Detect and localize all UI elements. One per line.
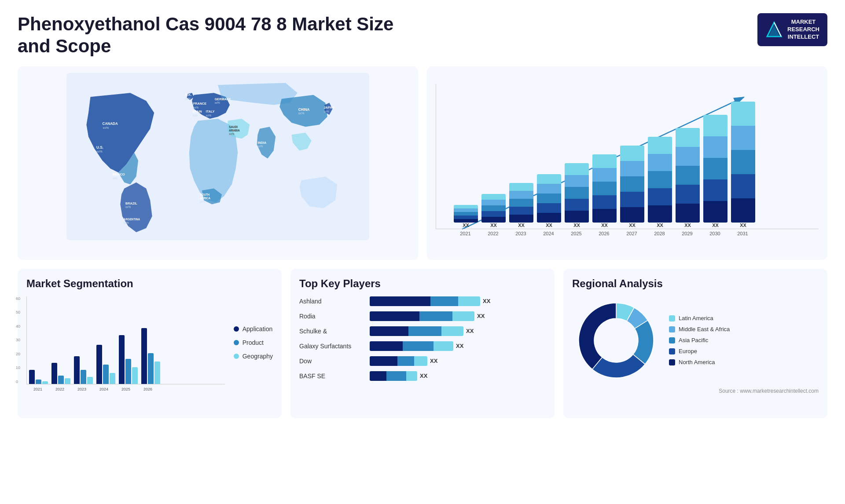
bottom-grid: Market Segmentation 60 50 40 30 20 10 0: [18, 269, 827, 418]
segmentation-title: Market Segmentation: [26, 278, 273, 290]
svg-text:SPAIN: SPAIN: [192, 110, 202, 113]
svg-text:xx%: xx%: [125, 205, 131, 208]
page-title: Phenoxyethanol Cas 9004 78 8 Market Size…: [18, 13, 414, 58]
svg-text:JAPAN: JAPAN: [324, 106, 334, 110]
world-map-svg: CANADA xx% U.S. xx% MEXICO xx% BRAZIL xx…: [24, 73, 411, 240]
svg-text:GERMANY: GERMANY: [215, 97, 231, 101]
regional-title: Regional Analysis: [572, 278, 819, 290]
key-players-section: Top Key Players AshlandXXRodiaXXSchulke …: [290, 269, 555, 418]
donut-chart-svg: [572, 296, 660, 384]
svg-text:xx%: xx%: [206, 113, 211, 117]
regional-content: Latin America Middle East & Africa Asia …: [572, 296, 819, 384]
svg-text:xx%: xx%: [193, 106, 198, 109]
legend-north-america: North America: [669, 359, 730, 365]
legend-item-product: Product: [234, 339, 273, 346]
legend-item-geography: Geography: [234, 353, 273, 360]
map-container: CANADA xx% U.S. xx% MEXICO xx% BRAZIL xx…: [24, 73, 411, 240]
svg-text:ARABIA: ARABIA: [229, 129, 240, 132]
growth-bars-container: XXXXXXXXXXXXXXXXXXXXXX: [436, 84, 819, 229]
legend-dot-application: [234, 326, 239, 332]
map-section: CANADA xx% U.S. xx% MEXICO xx% BRAZIL xx…: [18, 66, 418, 260]
logo-text: MARKET RESEARCH INTELLECT: [787, 18, 819, 41]
growth-bar-2028: XX: [648, 137, 672, 229]
logo-box: MARKET RESEARCH INTELLECT: [757, 13, 827, 46]
legend-asia-pacific: Asia Pacific: [669, 337, 730, 343]
header: Phenoxyethanol Cas 9004 78 8 Market Size…: [18, 13, 827, 58]
svg-text:xx%: xx%: [185, 97, 191, 100]
page-wrapper: Phenoxyethanol Cas 9004 78 8 Market Size…: [0, 0, 845, 504]
source-text: Source : www.marketresearchintellect.com: [572, 388, 819, 394]
legend-latin-america: Latin America: [669, 315, 730, 321]
svg-text:U.K.: U.K.: [185, 93, 191, 97]
svg-text:xx%: xx%: [229, 132, 234, 135]
logo-icon: [765, 21, 783, 38]
regional-section: Regional Analysis Latin America Middle E…: [563, 269, 827, 418]
svg-text:xx%: xx%: [96, 150, 103, 153]
growth-x-labels: 2021202220232024202520262027202820292030…: [436, 231, 819, 236]
growth-chart-area: XXXXXXXXXXXXXXXXXXXXXX 20212022202320242…: [436, 84, 819, 251]
legend-europe: Europe: [669, 348, 730, 354]
growth-bar-2027: XX: [620, 146, 644, 229]
player-row: AshlandXX: [299, 296, 546, 306]
svg-text:CANADA: CANADA: [103, 121, 118, 125]
legend-dot-geography: [234, 354, 239, 359]
players-chart: AshlandXXRodiaXXSchulke &XXGalaxy Surfac…: [299, 296, 546, 381]
svg-text:MEXICO: MEXICO: [112, 172, 125, 176]
svg-text:xx%: xx%: [215, 101, 220, 104]
growth-bars-inner: XXXXXXXXXXXXXXXXXXXXXX: [454, 88, 814, 229]
svg-text:xx%: xx%: [103, 125, 109, 129]
player-row: RodiaXX: [299, 311, 546, 321]
legend-item-application: Application: [234, 325, 273, 332]
player-row: Schulke &XX: [299, 326, 546, 336]
segmentation-section: Market Segmentation 60 50 40 30 20 10 0: [18, 269, 282, 418]
svg-text:FRANCE: FRANCE: [193, 102, 206, 106]
growth-bar-2024: XX: [537, 174, 561, 229]
svg-text:xx%: xx%: [298, 111, 305, 115]
segmentation-legend: Application Product Geography: [234, 296, 273, 391]
dot-asia-pacific: [669, 337, 675, 343]
dot-middle-east: [669, 326, 675, 332]
dot-north-america: [669, 359, 675, 365]
svg-text:xx%: xx%: [324, 110, 329, 113]
growth-chart-section: XXXXXXXXXXXXXXXXXXXXXX 20212022202320242…: [427, 66, 827, 260]
growth-bar-2021: XX: [454, 205, 478, 229]
svg-text:AFRICA: AFRICA: [200, 197, 210, 200]
seg-bars: [29, 296, 223, 384]
svg-text:ITALY: ITALY: [206, 110, 215, 113]
growth-bar-2026: XX: [592, 154, 617, 229]
segmentation-chart: 60 50 40 30 20 10 0 20212022202320242025…: [26, 296, 225, 391]
segmentation-content: 60 50 40 30 20 10 0 20212022202320242025…: [26, 296, 273, 391]
legend-middle-east: Middle East & Africa: [669, 326, 730, 332]
svg-text:xx%: xx%: [124, 221, 129, 224]
svg-text:xx%: xx%: [112, 176, 118, 179]
svg-text:xx%: xx%: [257, 145, 263, 148]
regional-legend: Latin America Middle East & Africa Asia …: [669, 315, 730, 365]
growth-bar-2023: XX: [509, 183, 533, 229]
growth-bar-2030: XX: [703, 115, 727, 229]
player-row: DowXX: [299, 356, 546, 366]
donut-segment-North-America: [579, 303, 616, 369]
svg-text:ARGENTINA: ARGENTINA: [124, 218, 140, 221]
svg-text:INDIA: INDIA: [257, 141, 266, 145]
key-players-title: Top Key Players: [299, 278, 546, 290]
svg-text:SAUDI: SAUDI: [229, 125, 238, 128]
growth-bar-2029: XX: [676, 128, 700, 229]
growth-bar-2022: XX: [481, 194, 506, 229]
legend-dot-product: [234, 340, 239, 345]
svg-text:xx%: xx%: [192, 113, 198, 117]
dot-europe: [669, 348, 675, 354]
player-row: BASF SEXX: [299, 371, 546, 381]
svg-text:BRAZIL: BRAZIL: [125, 201, 137, 205]
svg-text:U.S.: U.S.: [96, 146, 103, 150]
growth-bar-2025: XX: [565, 163, 589, 229]
growth-bar-2031: XX: [731, 102, 755, 229]
seg-x-labels: 202120222023202420252026: [26, 385, 225, 391]
dot-latin-america: [669, 315, 675, 321]
logo-area: MARKET RESEARCH INTELLECT: [757, 13, 827, 46]
seg-bars-container: 60 50 40 30 20 10 0: [26, 296, 225, 384]
svg-text:xx%: xx%: [200, 200, 205, 203]
svg-text:SOUTH: SOUTH: [200, 193, 210, 196]
player-row: Galaxy SurfactantsXX: [299, 341, 546, 351]
